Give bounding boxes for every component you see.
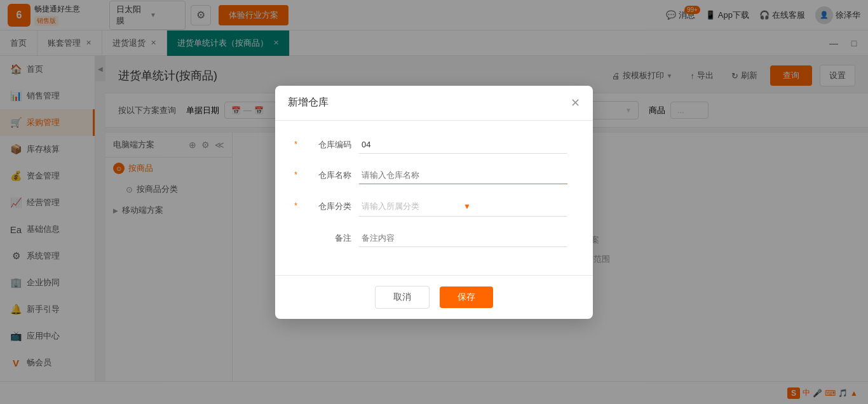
- modal-body: 仓库编码 仓库名称 仓库分类 请输入所属分类 ▼: [275, 121, 593, 275]
- note-label: 备注: [301, 232, 351, 244]
- code-label: 仓库编码: [301, 139, 351, 151]
- modal-close-button[interactable]: ✕: [571, 96, 580, 110]
- warehouse-category-select[interactable]: 请输入所属分类 ▼: [359, 197, 567, 217]
- modal-header: 新增仓库 ✕: [275, 86, 593, 121]
- modal-footer: 取消 保存: [275, 275, 593, 319]
- category-placeholder: 请输入所属分类: [362, 201, 463, 212]
- cancel-button[interactable]: 取消: [375, 286, 430, 309]
- form-row-code: 仓库编码: [301, 136, 567, 154]
- name-input-wrapper: [359, 166, 567, 184]
- modal-title: 新增仓库: [288, 96, 329, 109]
- form-row-category: 仓库分类 请输入所属分类 ▼: [301, 197, 567, 217]
- category-dropdown-arrow: ▼: [463, 202, 565, 211]
- form-row-name: 仓库名称: [301, 166, 567, 184]
- new-warehouse-modal: 新增仓库 ✕ 仓库编码 仓库名称 仓库分类 请输入所属: [275, 86, 593, 319]
- warehouse-code-input[interactable]: [359, 136, 567, 154]
- warehouse-name-input[interactable]: [359, 166, 567, 184]
- name-label: 仓库名称: [301, 170, 351, 181]
- code-input-wrapper: [359, 136, 567, 154]
- modal-overlay: 新增仓库 ✕ 仓库编码 仓库名称 仓库分类 请输入所属: [0, 0, 868, 404]
- form-row-note: 备注: [301, 229, 567, 247]
- category-label: 仓库分类: [301, 201, 351, 212]
- save-button[interactable]: 保存: [440, 286, 493, 308]
- warehouse-note-input[interactable]: [359, 229, 567, 247]
- note-input-wrapper: [359, 229, 567, 247]
